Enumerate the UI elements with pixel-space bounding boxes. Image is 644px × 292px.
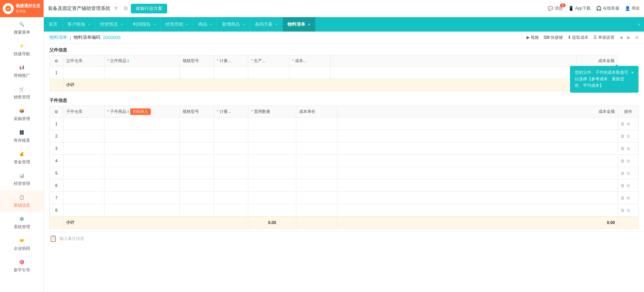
sidebar-item-guide[interactable]: 🎯 新手引导 [0,255,44,277]
parent-row-1-warehouse[interactable] [63,67,104,79]
child-row-2-cost-price[interactable] [296,130,337,142]
delete-icon-8[interactable]: 🗑 [621,208,625,213]
child-row-4-product[interactable] [104,155,180,167]
tab-barcode[interactable]: 条码方案 × [250,17,283,32]
copy-icon-1[interactable]: ⧉ [627,121,630,126]
copy-icon-3[interactable]: ⧉ [627,146,630,151]
sidebar-item-inventory[interactable]: 🗄️ 库存核算 [0,125,44,147]
sidebar-item-purchase[interactable]: 📦 采购管理 [0,104,44,125]
copy-icon-8[interactable]: ⧉ [627,208,630,213]
tab-new-products[interactable]: 新增商品 × [217,17,250,32]
child-row-1-need-qty[interactable] [248,118,296,130]
child-row-2-warehouse[interactable] [63,130,104,142]
parent-row-1-product[interactable] [104,67,180,79]
tab-home[interactable]: 首页 [44,17,63,32]
child-row-3-need-qty[interactable] [248,142,296,155]
delete-icon-1[interactable]: 🗑 [621,121,625,126]
nav-left-icon[interactable]: ◀ [619,35,622,40]
sidebar-item-basic[interactable]: 📋 基础信息 [0,190,44,212]
copy-icon-6[interactable]: ⧉ [627,183,630,188]
child-row-7-need-qty[interactable] [248,192,296,204]
tab-customer[interactable]: 客户联络 × [63,17,95,32]
delete-icon-3[interactable]: 🗑 [621,146,625,151]
tab-operation-status[interactable]: 经营情况 × [95,17,128,32]
child-row-1-cost-price[interactable] [296,118,337,130]
parent-col-settings[interactable]: ⚙ [50,56,63,67]
scan-button[interactable]: 扫码录入 [130,108,151,115]
nav-right-icon[interactable]: ▶ [627,35,630,40]
sidebar-item-finance[interactable]: 💰 资金管理 [0,147,44,168]
child-row-1-spec[interactable] [180,118,214,130]
service-item[interactable]: 🎧 在线客服 [596,5,619,11]
child-row-6-product[interactable] [104,179,180,192]
tab-operation-history[interactable]: 经营历程 × [161,17,193,32]
single-settings-btn[interactable]: ☰ 单据设置 [593,35,615,40]
sidebar-item-enterprise[interactable]: 🤝 企业协同 [0,233,44,255]
child-row-1-warehouse[interactable] [63,118,104,130]
copy-icon-5[interactable]: ⧉ [627,171,630,176]
child-row-7-warehouse[interactable] [63,192,104,204]
child-row-3-product[interactable] [104,142,180,155]
sidebar-item-quick-nav[interactable]: ⚡ 快捷导航 [0,39,44,60]
child-row-4-warehouse[interactable] [63,155,104,167]
child-row-6-warehouse[interactable] [63,179,104,192]
shortcut-btn[interactable]: ⌨ 快捷键 [544,35,563,40]
tab-products-close[interactable]: × [210,22,212,26]
child-row-8-qty[interactable] [214,204,248,217]
child-row-2-need-qty[interactable] [248,130,296,142]
tab-bom-close[interactable]: × [308,22,310,26]
child-row-4-cost-price[interactable] [296,155,337,167]
child-row-4-qty[interactable] [214,155,248,167]
sidebar-item-search[interactable]: 🔍 搜索菜单 [0,17,44,39]
child-row-1-product[interactable] [104,118,180,130]
message-icon-item[interactable]: 💬 6 消息 [548,5,563,11]
child-row-7-qty[interactable] [214,192,248,204]
child-row-7-product[interactable] [104,192,180,204]
app-download-item[interactable]: 📱 App下载 [568,5,591,11]
child-col-settings[interactable]: ⚙ [50,106,63,118]
child-row-8-warehouse[interactable] [63,204,104,217]
child-row-6-spec[interactable] [180,179,214,192]
parent-row-1-produce[interactable] [248,67,289,79]
trial-button[interactable]: 体验行业方案 [131,4,167,13]
delete-icon-2[interactable]: 🗑 [621,134,625,139]
view-btn[interactable]: ▶ 视频 [527,35,539,40]
child-row-5-spec[interactable] [180,167,214,179]
note-icon[interactable]: 📋 [49,235,57,242]
tab-products[interactable]: 商品 × [194,17,217,32]
sidebar-item-marketing[interactable]: 📢 营销推广 [0,60,44,82]
copy-icon-7[interactable]: ⧉ [627,196,630,200]
breadcrumb-link[interactable]: 物料清单 [49,34,67,40]
child-row-3-qty[interactable] [214,142,248,155]
parent-row-1-spec[interactable] [180,67,214,79]
child-row-2-qty[interactable] [214,130,248,142]
child-row-6-need-qty[interactable] [248,179,296,192]
tab-new-products-close[interactable]: × [243,22,245,26]
child-row-6-qty[interactable] [214,179,248,192]
copy-icon-4[interactable]: ⧉ [627,159,630,163]
child-row-7-spec[interactable] [180,192,214,204]
sidebar-item-operation[interactable]: 📊 经营管理 [0,168,44,190]
child-row-1-qty[interactable] [214,118,248,130]
delete-icon-7[interactable]: 🗑 [621,196,625,200]
child-row-3-warehouse[interactable] [63,142,104,155]
gear-icon[interactable]: ⚙ [123,5,128,12]
child-row-4-spec[interactable] [180,155,214,167]
delete-icon-6[interactable]: 🗑 [621,183,625,188]
sidebar-item-sales[interactable]: 🛒 销售管理 [0,82,44,104]
child-row-3-spec[interactable] [180,142,214,155]
tab-operation-history-close[interactable]: × [186,22,188,26]
delete-icon-4[interactable]: 🗑 [621,159,625,163]
tab-bom[interactable]: 物料清单 × [283,17,315,32]
child-row-5-qty[interactable] [214,167,248,179]
child-row-5-cost-price[interactable] [296,167,337,179]
child-row-2-product[interactable] [104,130,180,142]
delete-icon-5[interactable]: 🗑 [621,171,625,176]
child-row-4-need-qty[interactable] [248,155,296,167]
copy-icon-2[interactable]: ⧉ [627,134,630,139]
dropdown-icon[interactable]: ▼ [113,5,119,12]
extract-cost-btn[interactable]: ⬇ 提取成本 [568,35,589,40]
user-item[interactable]: 👤 用友 [625,5,640,11]
nav-close-button[interactable]: × [634,17,644,32]
child-row-5-need-qty[interactable] [248,167,296,179]
